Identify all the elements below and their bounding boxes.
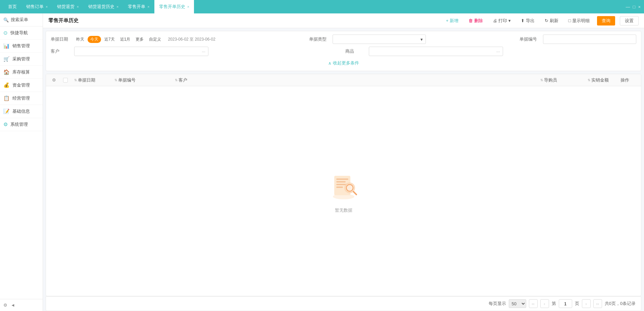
svg-rect-2 [336, 178, 348, 180]
print-dropdown-icon: ▾ [508, 18, 511, 23]
query-button[interactable]: 查询 [597, 16, 615, 25]
customer-value [77, 49, 79, 54]
select-all-checkbox[interactable] [63, 78, 68, 83]
window-controls: — □ × [626, 4, 641, 9]
date-btn-last1m[interactable]: 近1月 [118, 36, 133, 43]
tab-close-sales-return-history[interactable]: × [116, 5, 118, 9]
system-icon: ⚙ [3, 121, 8, 127]
show-detail-button[interactable]: □ 显示明细 [566, 16, 592, 25]
delete-button[interactable]: 🗑 删除 [466, 16, 486, 25]
product-value [372, 49, 373, 54]
sidebar-collapse-icon[interactable]: ◄ [11, 303, 15, 308]
collapse-conditions-button[interactable]: ∧ 收起更多条件 [324, 59, 363, 67]
first-page-button[interactable]: ‹‹ [529, 299, 538, 308]
filter-row-2: 客户 ··· 商品 ··· [51, 47, 636, 56]
export-button[interactable]: ⬆ 导出 [518, 16, 537, 25]
date-btn-custom[interactable]: 自定义 [147, 36, 163, 43]
page-number-input[interactable] [559, 299, 572, 308]
svg-point-7 [346, 184, 354, 192]
doc-type-select[interactable]: ▾ [333, 35, 426, 44]
product-dots[interactable]: ··· [496, 49, 500, 54]
product-select[interactable]: ··· [369, 47, 503, 56]
next-page-button[interactable]: › [582, 299, 591, 308]
sidebar-item-inventory[interactable]: 🏠 库存核算 [0, 66, 43, 79]
sort-icon-customer[interactable]: ⇅ [175, 78, 178, 82]
tab-sales-order[interactable]: 销售订单 × [21, 0, 52, 13]
tab-close-retail-open[interactable]: × [147, 5, 149, 9]
svg-rect-5 [336, 187, 343, 188]
doc-type-label: 单据类型 [309, 36, 329, 42]
toolbar: 零售开单历史 + 新增 🗑 删除 🖨 打印 ▾ ⬆ 导出 ↻ 刷新 □ 显示明细… [43, 13, 644, 28]
main-layout: 🔍 搜索采单 ⊙ 快捷导航 📊 销售管理 🛒 采购管理 🏠 库存核算 💰 资金管… [0, 13, 644, 311]
tab-close-sales-order[interactable]: × [46, 5, 48, 9]
table-area: ⚙ ⇅ 单据日期 ⇅ 单据编号 ⇅ 客户 ⇅ [46, 74, 641, 296]
search-icon: 🔍 [3, 17, 9, 22]
page-label: 页 [575, 301, 579, 307]
sidebar-item-purchase-mgmt[interactable]: 🛒 采购管理 [0, 53, 43, 66]
doc-type-dropdown-icon: ▾ [420, 37, 423, 42]
doc-no-label: 单据编号 [519, 36, 540, 42]
sidebar-search[interactable]: 🔍 搜索采单 [0, 13, 43, 27]
add-button[interactable]: + 新增 [443, 16, 461, 25]
setting-button[interactable]: 设置 [620, 16, 639, 25]
content-area: 零售开单历史 + 新增 🗑 删除 🖨 打印 ▾ ⬆ 导出 ↻ 刷新 □ 显示明细… [43, 13, 644, 311]
tab-sales-return[interactable]: 销货退货 × [52, 0, 83, 13]
date-btn-today[interactable]: 今天 [88, 36, 101, 43]
sidebar: 🔍 搜索采单 ⊙ 快捷导航 📊 销售管理 🛒 采购管理 🏠 库存核算 💰 资金管… [0, 13, 43, 311]
th-checkbox[interactable] [59, 78, 71, 83]
sidebar-item-basic-info[interactable]: 📝 基础信息 [0, 105, 43, 118]
sidebar-item-finance[interactable]: 💰 资金管理 [0, 79, 43, 92]
top-bar: 首页 销售订单 × 销货退货 × 销货退货历史 × 零售开单 × 零售开单历史 … [0, 0, 644, 13]
maximize-button[interactable]: □ [633, 4, 636, 9]
basic-info-icon: 📝 [3, 108, 10, 114]
customer-label: 客户 [51, 48, 71, 54]
table-settings-icon[interactable]: ⚙ [49, 77, 59, 83]
sort-icon-no[interactable]: ⇅ [114, 78, 117, 82]
sidebar-item-sales-mgmt[interactable]: 📊 销售管理 [0, 40, 43, 53]
th-customer: ⇅ 客户 [172, 77, 538, 83]
tab-retail-open-history[interactable]: 零售开单历史 × [154, 0, 194, 13]
date-btn-more[interactable]: 更多 [134, 36, 146, 43]
finance-icon: 💰 [3, 82, 10, 88]
total-info: 共0页，0条记录 [605, 301, 636, 307]
per-page-label: 每页显示 [489, 301, 506, 307]
sort-icon-date[interactable]: ⇅ [74, 78, 77, 82]
sort-icon-guide[interactable]: ⇅ [540, 78, 543, 82]
empty-area: 暂无数据 [46, 86, 641, 296]
print-button[interactable]: 🖨 打印 ▾ [490, 16, 514, 25]
inventory-icon: 🏠 [3, 69, 10, 75]
date-buttons: 昨天 今天 近7天 近1月 更多 自定义 [74, 36, 163, 43]
minimize-button[interactable]: — [626, 4, 630, 9]
refresh-button[interactable]: ↻ 刷新 [542, 16, 561, 25]
doc-no-input[interactable] [543, 35, 636, 44]
sort-icon-amount[interactable]: ⇅ [588, 78, 590, 82]
sidebar-settings-icon[interactable]: ⚙ [3, 303, 7, 308]
customer-select[interactable]: ··· [74, 47, 208, 56]
close-button[interactable]: × [638, 4, 641, 9]
prev-page-button[interactable]: ‹ [540, 299, 549, 308]
pagination-bar: 每页显示 10 20 50 100 ‹‹ ‹ 第 页 › ›› 共0页，0条记录 [46, 296, 641, 311]
tab-sales-return-history[interactable]: 销货退货历史 × [84, 0, 123, 13]
empty-text: 暂无数据 [335, 207, 352, 213]
sidebar-item-operations[interactable]: 📋 经营管理 [0, 92, 43, 105]
per-page-select[interactable]: 10 20 50 100 [509, 299, 526, 308]
more-condition-row: ∧ 收起更多条件 [51, 59, 636, 67]
tab-home[interactable]: 首页 [3, 0, 21, 13]
date-range: 2023-06-02 至 2023-06-02 [168, 37, 215, 42]
tab-retail-open[interactable]: 零售开单 × [123, 0, 154, 13]
table-header: ⚙ ⇅ 单据日期 ⇅ 单据编号 ⇅ 客户 ⇅ [46, 74, 641, 86]
customer-dots[interactable]: ··· [202, 49, 205, 54]
page-label-pre: 第 [552, 301, 556, 307]
sales-mgmt-icon: 📊 [3, 43, 10, 49]
sidebar-bottom: ⚙ ◄ [0, 299, 43, 311]
tab-close-retail-open-history[interactable]: × [187, 5, 189, 9]
sidebar-item-system[interactable]: ⚙ 系统管理 [0, 118, 43, 131]
operations-icon: 📋 [3, 95, 10, 101]
th-date: ⇅ 单据日期 [71, 77, 112, 83]
sidebar-item-quick-nav[interactable]: ⊙ 快捷导航 [0, 27, 43, 40]
date-label: 单据日期 [51, 36, 71, 42]
date-btn-yesterday[interactable]: 昨天 [74, 36, 86, 43]
date-btn-last7[interactable]: 近7天 [102, 36, 117, 43]
last-page-button[interactable]: ›› [593, 299, 602, 308]
tab-close-sales-return[interactable]: × [77, 5, 79, 9]
